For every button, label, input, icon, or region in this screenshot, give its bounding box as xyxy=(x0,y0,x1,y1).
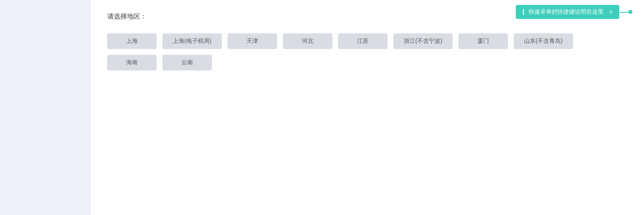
main-content: 请选择地区： 上海上海(电子税局)天津河北江苏浙江(不含宁波)厦门山东(不含青岛… xyxy=(91,0,644,215)
region-button[interactable]: 上海 xyxy=(107,33,157,49)
tooltip-line xyxy=(620,12,629,13)
tooltip-banner: 快速录单的快捷键说明在这里 × xyxy=(516,5,619,19)
region-button[interactable]: 河北 xyxy=(283,33,332,49)
region-button[interactable]: 天津 xyxy=(228,33,277,49)
region-button[interactable]: 厦门 xyxy=(458,33,508,49)
region-button[interactable]: 海南 xyxy=(107,55,157,70)
sidebar xyxy=(0,0,91,215)
region-button[interactable]: 云南 xyxy=(162,55,212,70)
region-button[interactable]: 江苏 xyxy=(338,33,388,49)
tooltip-text: 快速录单的快捷键说明在这里 xyxy=(529,8,604,16)
region-button[interactable]: 山东(不含青岛) xyxy=(514,33,573,49)
tooltip-close-button[interactable]: × xyxy=(609,9,613,15)
region-button[interactable]: 浙江(不含宁波) xyxy=(393,33,453,49)
tooltip-dot xyxy=(628,10,632,14)
region-grid: 上海上海(电子税局)天津河北江苏浙江(不含宁波)厦门山东(不含青岛)海南云南 xyxy=(107,33,628,70)
region-button[interactable]: 上海(电子税局) xyxy=(162,33,222,49)
